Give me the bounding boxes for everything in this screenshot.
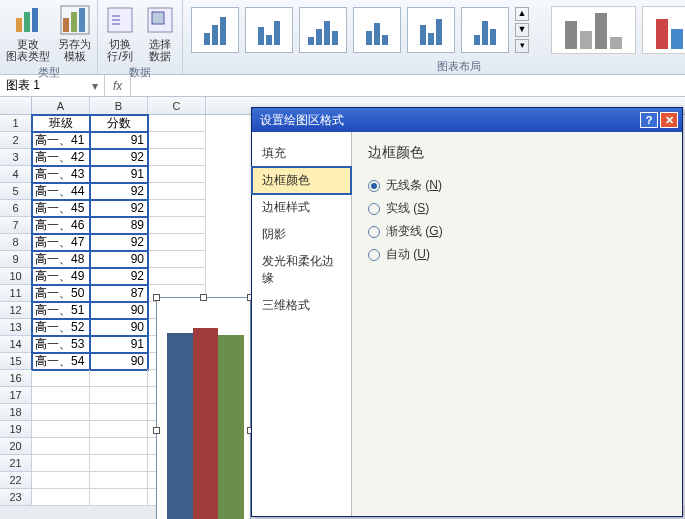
- cell[interactable]: 高一、41: [32, 132, 90, 149]
- cell[interactable]: 90: [90, 319, 148, 336]
- row-header[interactable]: 22: [0, 472, 32, 489]
- row-header[interactable]: 4: [0, 166, 32, 183]
- cell[interactable]: 90: [90, 251, 148, 268]
- cell[interactable]: [32, 472, 90, 489]
- row-header[interactable]: 20: [0, 438, 32, 455]
- cell[interactable]: [32, 455, 90, 472]
- dialog-nav-item[interactable]: 阴影: [252, 221, 351, 248]
- dialog-titlebar[interactable]: 设置绘图区格式 ? ✕: [252, 108, 682, 132]
- cell[interactable]: 班级: [32, 115, 90, 132]
- cell[interactable]: [90, 438, 148, 455]
- cell[interactable]: [90, 489, 148, 506]
- cell[interactable]: 高一、45: [32, 200, 90, 217]
- cell[interactable]: [148, 132, 206, 149]
- row-header[interactable]: 16: [0, 370, 32, 387]
- cell[interactable]: [32, 489, 90, 506]
- row-header[interactable]: 2: [0, 132, 32, 149]
- cell[interactable]: 高一、50: [32, 285, 90, 302]
- column-header[interactable]: C: [148, 97, 206, 114]
- cell[interactable]: [148, 251, 206, 268]
- cell[interactable]: 87: [90, 285, 148, 302]
- cell[interactable]: [90, 404, 148, 421]
- dialog-nav-item[interactable]: 边框样式: [252, 194, 351, 221]
- cell[interactable]: [32, 387, 90, 404]
- cell[interactable]: [148, 183, 206, 200]
- cell[interactable]: [90, 370, 148, 387]
- help-button[interactable]: ?: [640, 112, 658, 128]
- embedded-chart[interactable]: [156, 297, 251, 519]
- row-header[interactable]: 1: [0, 115, 32, 132]
- cell[interactable]: [90, 387, 148, 404]
- row-header[interactable]: 6: [0, 200, 32, 217]
- row-header[interactable]: 19: [0, 421, 32, 438]
- cell[interactable]: [90, 421, 148, 438]
- row-header[interactable]: 23: [0, 489, 32, 506]
- row-header[interactable]: 15: [0, 353, 32, 370]
- cell[interactable]: 91: [90, 132, 148, 149]
- cell[interactable]: 92: [90, 200, 148, 217]
- radio-option[interactable]: 自动 (U): [368, 243, 666, 266]
- cell[interactable]: 高一、49: [32, 268, 90, 285]
- cell[interactable]: 90: [90, 302, 148, 319]
- layout-option[interactable]: [407, 7, 455, 53]
- cell[interactable]: 高一、46: [32, 217, 90, 234]
- radio-option[interactable]: 实线 (S): [368, 197, 666, 220]
- row-header[interactable]: 8: [0, 234, 32, 251]
- cell[interactable]: 高一、43: [32, 166, 90, 183]
- change-chart-type-button[interactable]: 更改 图表类型: [4, 2, 52, 64]
- row-header[interactable]: 17: [0, 387, 32, 404]
- chart-style-preview[interactable]: [551, 6, 636, 54]
- chart-style-preview[interactable]: [642, 6, 685, 54]
- cell[interactable]: 92: [90, 149, 148, 166]
- cell[interactable]: 92: [90, 234, 148, 251]
- dropdown-icon[interactable]: ▾: [92, 79, 98, 93]
- row-header[interactable]: 21: [0, 455, 32, 472]
- gallery-more[interactable]: ▾: [515, 39, 529, 53]
- cell[interactable]: [148, 115, 206, 132]
- cell[interactable]: [148, 149, 206, 166]
- cell[interactable]: [90, 472, 148, 489]
- cell[interactable]: [148, 200, 206, 217]
- gallery-scroll-down[interactable]: ▼: [515, 23, 529, 37]
- column-header[interactable]: B: [90, 97, 148, 114]
- layout-option[interactable]: [245, 7, 293, 53]
- dialog-nav-item[interactable]: 三维格式: [252, 292, 351, 319]
- cell[interactable]: [148, 166, 206, 183]
- cell[interactable]: [90, 455, 148, 472]
- layout-option[interactable]: [353, 7, 401, 53]
- row-header[interactable]: 12: [0, 302, 32, 319]
- cell[interactable]: 分数: [90, 115, 148, 132]
- cell[interactable]: 92: [90, 183, 148, 200]
- row-header[interactable]: 7: [0, 217, 32, 234]
- name-box[interactable]: 图表 1 ▾: [0, 75, 105, 96]
- cell[interactable]: 高一、44: [32, 183, 90, 200]
- row-header[interactable]: 13: [0, 319, 32, 336]
- cell[interactable]: 高一、53: [32, 336, 90, 353]
- cell[interactable]: [32, 438, 90, 455]
- row-header[interactable]: 11: [0, 285, 32, 302]
- switch-row-col-button[interactable]: 切换行/列: [102, 2, 138, 64]
- cell[interactable]: 高一、54: [32, 353, 90, 370]
- row-header[interactable]: 10: [0, 268, 32, 285]
- select-all-corner[interactable]: [0, 97, 32, 115]
- fx-label[interactable]: fx: [105, 75, 131, 96]
- radio-option[interactable]: 渐变线 (G): [368, 220, 666, 243]
- row-header[interactable]: 18: [0, 404, 32, 421]
- cell[interactable]: [148, 217, 206, 234]
- row-header[interactable]: 3: [0, 149, 32, 166]
- cell[interactable]: 91: [90, 166, 148, 183]
- cell[interactable]: [32, 370, 90, 387]
- save-as-template-button[interactable]: 另存为 模板: [56, 2, 93, 64]
- row-header[interactable]: 14: [0, 336, 32, 353]
- dialog-nav-item[interactable]: 发光和柔化边缘: [252, 248, 351, 292]
- radio-option[interactable]: 无线条 (N): [368, 174, 666, 197]
- cell[interactable]: 高一、47: [32, 234, 90, 251]
- cell[interactable]: 高一、51: [32, 302, 90, 319]
- chart-plot-area[interactable]: [167, 328, 244, 519]
- cell[interactable]: 91: [90, 336, 148, 353]
- select-data-button[interactable]: 选择数据: [142, 2, 178, 64]
- cell[interactable]: [148, 268, 206, 285]
- dialog-nav-item[interactable]: 填充: [252, 140, 351, 167]
- close-button[interactable]: ✕: [660, 112, 678, 128]
- cell[interactable]: [32, 404, 90, 421]
